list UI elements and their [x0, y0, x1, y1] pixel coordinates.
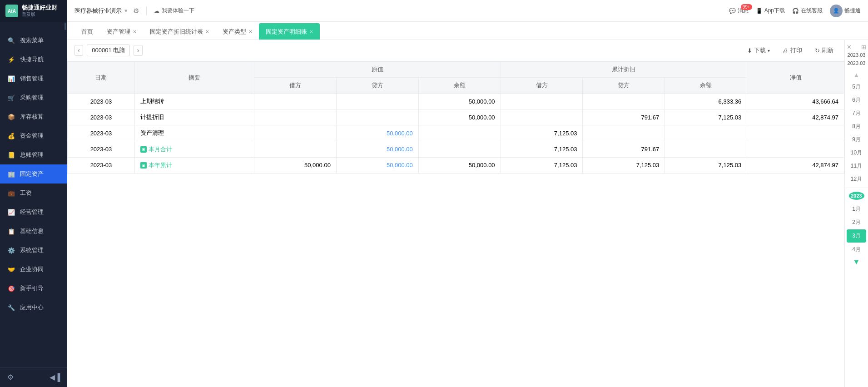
right-nav-month-10[interactable]: 10月: [845, 146, 868, 159]
tab-asset-detail[interactable]: 固定资产明细账 ×: [259, 23, 320, 40]
sidebar-item-system[interactable]: ⚙️ 系统管理: [0, 241, 67, 260]
right-nav-month-6[interactable]: 6月: [845, 94, 868, 107]
message-icon: 💬: [729, 8, 736, 14]
right-nav-month-5[interactable]: 5月: [845, 80, 868, 94]
cell-acc-balance: 6,333.36: [665, 94, 747, 109]
cell-net-value: [747, 141, 844, 158]
app-icon: 🔧: [7, 303, 15, 312]
tab-asset-type[interactable]: 资产类型 ×: [216, 23, 259, 40]
sidebar-item-sales[interactable]: 📊 销售管理: [0, 69, 67, 88]
right-nav-month-1[interactable]: 1月: [845, 203, 868, 216]
cell-acc-credit: 791.67: [583, 141, 665, 158]
next-asset-button[interactable]: ›: [134, 45, 142, 56]
company-selector[interactable]: 医疗器械行业演示 ▾: [74, 7, 128, 15]
right-nav-month-2[interactable]: 2月: [845, 216, 868, 229]
right-nav-up-arrow[interactable]: ▲: [845, 69, 868, 80]
sidebar-header: AtA 畅捷通好业财 普及版: [0, 0, 67, 22]
sidebar-brand: 畅捷通好业财 普及版: [22, 4, 57, 18]
app-download-button[interactable]: 📱 App下载: [756, 7, 785, 15]
toolbar-actions: ⬇ 下载 ▾ 🖨 打印 ↻ 刷新: [744, 45, 837, 56]
sidebar-item-cooperation[interactable]: 🤝 企业协同: [0, 260, 67, 279]
download-button[interactable]: ⬇ 下载 ▾: [744, 45, 774, 56]
print-button[interactable]: 🖨 打印: [779, 45, 806, 56]
right-nav-month-12[interactable]: 12月: [845, 173, 868, 186]
right-nav-month-4[interactable]: 4月: [845, 243, 868, 256]
right-nav-month-9[interactable]: 9月: [845, 133, 868, 146]
sidebar-item-purchase[interactable]: 🛒 采购管理: [0, 88, 67, 107]
right-nav-month-8[interactable]: 8月: [845, 120, 868, 133]
table-row: 2023-03 ▣ 本年累计 50,000.00 50,000.00 50,00…: [68, 157, 844, 174]
right-nav-month-7[interactable]: 7月: [845, 107, 868, 120]
right-nav-month-11[interactable]: 11月: [845, 159, 868, 173]
tab-close-icon[interactable]: ×: [206, 29, 209, 35]
year-tag-icon: ▣: [140, 162, 147, 169]
right-nav-down-arrow[interactable]: ▼: [845, 256, 868, 268]
settings-icon[interactable]: ⚙: [133, 7, 139, 15]
sidebar-item-ledger[interactable]: 📒 总账管理: [0, 145, 67, 164]
refresh-button[interactable]: ↻ 刷新: [811, 45, 837, 56]
message-button[interactable]: 💬 消息 99+: [729, 7, 749, 15]
panel-close-icon[interactable]: ✕: [847, 44, 852, 50]
tab-close-icon[interactable]: ×: [249, 29, 252, 35]
avatar: 👤: [830, 5, 843, 17]
sidebar-edition: 普及版: [22, 11, 57, 18]
table-row: 2023-03 ▣ 本月合计 50,000.00 7,125.03: [68, 141, 844, 158]
ledger-icon: 📒: [7, 151, 15, 159]
sidebar-item-guide[interactable]: 🎯 新手引导: [0, 279, 67, 298]
tab-asset-management[interactable]: 资产管理 ×: [100, 23, 143, 40]
search-icon: 🔍: [7, 36, 15, 45]
settings-footer-icon[interactable]: ⚙: [7, 373, 14, 382]
cell-net-value: [747, 125, 844, 141]
th-accumulated-depreciation: 累计折旧: [501, 62, 747, 78]
cell-summary: ▣ 本年累计: [134, 157, 254, 174]
user-menu[interactable]: 👤 畅捷通: [830, 5, 861, 17]
cell-acc-balance: 7,125.03: [665, 157, 747, 174]
download-dropdown-icon: ▾: [768, 48, 770, 53]
sidebar-item-app-center[interactable]: 🔧 应用中心: [0, 298, 67, 317]
sidebar-item-operations[interactable]: 📈 经营管理: [0, 203, 67, 222]
cell-date: 2023-03: [68, 94, 135, 109]
gear-icon: ⚙️: [7, 246, 15, 254]
table-wrapper: 日期 摘要 原值 累计折旧 净值 借方 贷方 余额 借方 贷方 余额: [67, 61, 844, 387]
table-row: 2023-03 计提折旧 50,000.00 791.67 7,125.03 4…: [68, 109, 844, 125]
asset-detail-table: 日期 摘要 原值 累计折旧 净值 借方 贷方 余额 借方 贷方 余额: [67, 61, 844, 174]
box-icon: 📦: [7, 113, 15, 121]
customer-service-button[interactable]: 🎧 在线客服: [792, 7, 823, 15]
right-nav-month-3[interactable]: 3月: [847, 229, 866, 243]
tab-asset-management-label: 资产管理: [107, 28, 130, 36]
tab-home[interactable]: 首页: [74, 23, 100, 40]
tab-close-icon[interactable]: ×: [133, 29, 136, 35]
sidebar-item-fixed-assets[interactable]: 🏢 固定资产: [0, 164, 67, 184]
cell-orig-credit: 50,000.00: [336, 157, 418, 174]
sidebar-item-basic-info[interactable]: 📋 基础信息: [0, 222, 67, 241]
experience-button[interactable]: ☁ 我要体验一下: [154, 7, 194, 15]
cell-summary: 计提折旧: [134, 109, 254, 125]
sidebar-item-inventory[interactable]: 📦 库存核算: [0, 107, 67, 126]
cell-orig-debit: [254, 141, 337, 158]
sidebar-item-search[interactable]: 🔍 搜索菜单: [0, 31, 67, 50]
cell-date: 2023-03: [68, 109, 135, 125]
sidebar-item-quick-nav[interactable]: ⚡ 快捷导航: [0, 50, 67, 69]
right-nav-date-1: 2023.03: [845, 50, 868, 60]
prev-asset-button[interactable]: ‹: [74, 45, 83, 56]
cell-orig-balance: 50,000.00: [418, 109, 501, 125]
asset-code-display: 000001 电脑: [87, 45, 130, 56]
avatar-icon: 👤: [833, 8, 839, 14]
sidebar-item-capital[interactable]: 💰 资金管理: [0, 126, 67, 145]
cell-orig-debit: [254, 125, 337, 141]
topbar: 医疗器械行业演示 ▾ ⚙ ☁ 我要体验一下 💬 消息 99+ 📱 App下载 🎧…: [67, 0, 868, 22]
tabs-bar: 首页 资产管理 × 固定资产折旧统计表 × 资产类型 × 固定资产明细账 ×: [67, 22, 868, 40]
main-panel: ‹ 000001 电脑 › ⬇ 下载 ▾ 🖨 打印 ↻: [67, 40, 844, 387]
tab-close-icon[interactable]: ×: [310, 29, 313, 35]
sidebar-nav: 🔍 搜索菜单 ⚡ 快捷导航 📊 销售管理 🛒 采购管理 📦 库存核算 💰 资金管…: [0, 31, 67, 367]
tab-depreciation-table[interactable]: 固定资产折旧统计表 ×: [143, 23, 216, 40]
cell-date: 2023-03: [68, 125, 135, 141]
sidebar-item-payroll[interactable]: 💼 工资: [0, 184, 67, 203]
cell-net-value: 42,874.97: [747, 109, 844, 125]
cell-net-value: 43,666.64: [747, 94, 844, 109]
table-row: 2023-03 资产清理 50,000.00 7,125.03: [68, 125, 844, 141]
collapse-icon[interactable]: ◀▐: [50, 373, 60, 382]
logo-icon: AtA: [5, 5, 18, 17]
panel-expand-icon[interactable]: ⊞: [861, 44, 866, 50]
table-row: 2023-03 上期结转 50,000.00 6,333.36 43,666.6…: [68, 94, 844, 109]
